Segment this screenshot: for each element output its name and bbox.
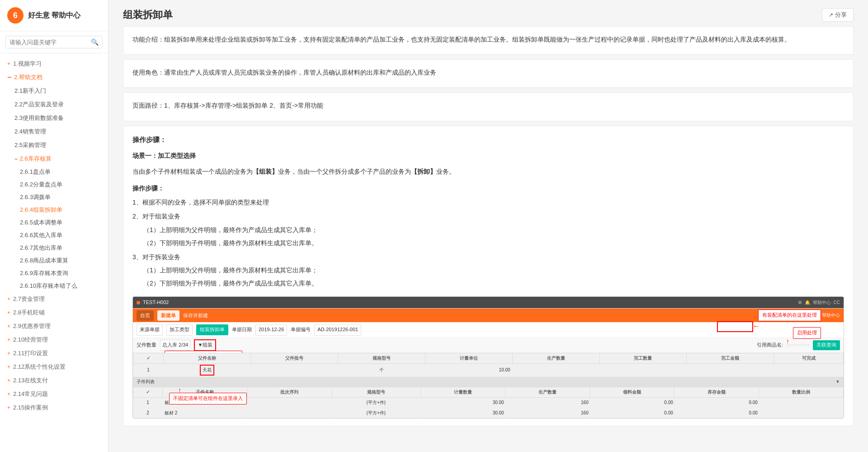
sidebar-item-cost-adj[interactable]: 2.6.5成本调整单 — [0, 216, 108, 229]
sidebar-item-error[interactable]: 2.6.10库存账本错了么 — [0, 280, 108, 292]
sidebar-item-cases[interactable]: + 2.15操作案例 — [0, 401, 108, 414]
search-box[interactable]: 🔍 — [5, 36, 103, 48]
sidebar-item-label: 2.15操作案例 — [13, 404, 48, 412]
mock-date-label: 单据日期 — [232, 325, 252, 334]
sidebar-item-assembly[interactable]: 2.6.4组装拆卸单 — [0, 204, 108, 216]
path-card: 页面路径：1、库存核算->库存管理->组装拆卸单 2、首页->常用功能 — [123, 92, 854, 121]
ops-card: 操作步骤： 场景一：加工类型选择 当由多个子件材料组装成一个成品的业务为【组装】… — [123, 126, 854, 427]
sidebar-item-faq[interactable]: + 2.14常见问题 — [0, 387, 108, 401]
sidebar-item-other-out[interactable]: 2.6.7其他出库单 — [0, 242, 108, 254]
plus-icon: + — [7, 350, 10, 357]
steps-title: 操作步骤： — [132, 183, 844, 194]
sidebar: 6 好生意 帮助中心 🔍 + 1.视频学习 − 2.帮助文档 2.1新手入门 2… — [0, 0, 108, 452]
logo-icon: 6 — [7, 7, 24, 24]
sub-table-row-3: 3 — [133, 419, 844, 419]
mock-nav-new: 新建单 — [157, 310, 179, 321]
plus-icon: + — [7, 309, 10, 316]
sub-table-header: 子件列表 — [137, 378, 155, 386]
sidebar-item-print[interactable]: + 2.11打印设置 — [0, 347, 108, 360]
mock-search-btn[interactable]: 关联查询 — [813, 340, 840, 350]
search-icon[interactable]: 🔍 — [91, 38, 99, 46]
scene1-desc: 当由多个子件材料组装成一个成品的业务为【组装】业务，当由一个父件拆分成多个子产品… — [132, 166, 844, 177]
role-card: 使用角色：通常由生产人员或库管人员完成拆装业务的操作，库管人员确认原材料的出库和… — [123, 59, 854, 88]
assembly-step-1: （1）上部明细为父件明细，最终作为产成品生成其它入库单； — [143, 224, 844, 236]
sidebar-item-install[interactable]: 2.2产品安装及登录 — [0, 98, 108, 111]
sidebar-item-newbie[interactable]: 2.1新手入门 — [0, 84, 108, 98]
page-header: 组装拆卸单 ↗ 分享 — [108, 0, 868, 26]
mock-num-value: AD-20191226-001 — [314, 324, 361, 336]
share-label: 分享 — [835, 11, 847, 19]
sidebar-item-coupon[interactable]: + 2.9优惠券管理 — [0, 319, 108, 333]
sidebar-item-stock-check[interactable]: 2.6.9库存账本查询 — [0, 267, 108, 280]
sidebar-item-gold[interactable]: + 2.7资金管理 — [0, 292, 108, 306]
sidebar-item-label: 2.帮助文档 — [14, 73, 42, 81]
plus-icon: + — [7, 404, 10, 411]
sidebar-item-video[interactable]: + 1.视频学习 — [0, 57, 108, 71]
intro-card: 功能介绍：组装拆卸单用来处理企业组装或拆卸等加工业务，支持有固定装配清单的产品加… — [123, 26, 854, 55]
intro-text: 功能介绍：组装拆卸单用来处理企业组装或拆卸等加工业务，支持有固定装配清单的产品加… — [132, 34, 844, 45]
mock-nav-item: 自页 — [137, 310, 154, 321]
sub-table-row-1: 1 板材 1 (平方+件) 30.00 160 0.00 0.00 — [133, 398, 844, 408]
step-2: 2、对于组装业务 （1）上部明细为父件明细，最终作为产成品生成其它入库单； （2… — [132, 211, 844, 249]
sidebar-item-inventory[interactable]: − 2.6库存核算 — [0, 152, 108, 166]
nav-item-1: ⚙ — [798, 299, 802, 307]
mock-switch-area: ▼组装 — [194, 339, 216, 351]
plus-icon: + — [7, 391, 10, 397]
sidebar-item-cost-calc[interactable]: 2.6.8商品成本重算 — [0, 254, 108, 267]
sidebar-item-label: 1.视频学习 — [13, 60, 42, 68]
mock-red-input[interactable]: 天花 — [200, 365, 214, 376]
sidebar-item-docs[interactable]: − 2.帮助文档 — [0, 71, 108, 84]
sidebar-item-pay[interactable]: + 2.13在线支付 — [0, 374, 108, 387]
sidebar-item-adj[interactable]: 2.6.3调拨单 — [0, 191, 108, 204]
plus-icon: + — [7, 377, 10, 384]
mock-search-input[interactable] — [787, 344, 809, 346]
minus-icon: − — [7, 73, 11, 81]
sidebar-item-system[interactable]: + 2.12系统个性化设置 — [0, 360, 108, 374]
mock-sub-table: ✓ 子件名称 批次序列 规格型号 计量数量 生产数量 领料金额 库存金额 数量比… — [133, 387, 844, 419]
sidebar-item-label: 2.10经营管理 — [13, 336, 48, 344]
sidebar-item-label: 2.8手机旺铺 — [13, 309, 45, 317]
sidebar-item-purchase[interactable]: 2.5采购管理 — [0, 138, 108, 152]
mock-app-txt: App下载 帮助视频 帮助中心 — [784, 311, 840, 319]
plus-icon: + — [7, 364, 10, 370]
mock-num-label: 单据编号 — [291, 325, 311, 334]
mock-num2-label: 父件数量 — [137, 341, 156, 350]
logo-text: 好生意 帮助中心 — [28, 11, 80, 20]
mock-save-btn[interactable]: 来源单据 — [137, 324, 163, 336]
sidebar-item-stock-count[interactable]: 2.6.1盘点单 — [0, 166, 108, 178]
mock-parent-table: ✓ 父件名称 父件批号 规格型号 计量单位 生产数量 完工数量 完工金额 可完成 — [133, 353, 844, 377]
sidebar-item-label: 2.14常见问题 — [13, 390, 48, 398]
main-area: 组装拆卸单 ↗ 分享 功能介绍：组装拆卸单用来处理企业组装或拆卸等加工业务，支持… — [108, 0, 868, 452]
plus-icon: + — [7, 296, 10, 302]
mock-green-btn[interactable]: 组装拆卸单 — [196, 324, 228, 335]
mock-date-value: 2019-12-26 — [255, 324, 287, 336]
plus-icon: + — [7, 61, 10, 67]
disassembly-step-1: （1）上部明细为父件明细，最终作为原材料生成其它出库单； — [143, 265, 844, 276]
mock-type-btn[interactable]: 加工类型 — [166, 324, 193, 336]
path-text: 页面路径：1、库存核算->库存管理->组装拆卸单 2、首页->常用功能 — [132, 100, 844, 111]
sidebar-item-mobile[interactable]: + 2.8手机旺铺 — [0, 306, 108, 319]
sub-table-row-2: 2 板材 2 (平方+件) 30.00 160 0.00 0.00 — [133, 408, 844, 419]
sidebar-item-ops[interactable]: + 2.10经营管理 — [0, 333, 108, 347]
role-text: 使用角色：通常由生产人员或库管人员完成拆装业务的操作，库管人员确认原材料的出库和… — [132, 67, 844, 78]
sidebar-item-label: 2.7资金管理 — [13, 295, 45, 303]
sidebar-item-sub-count[interactable]: 2.6.2分量盘点单 — [0, 178, 108, 191]
sidebar-item-data[interactable]: 2.3使用前数据准备 — [0, 111, 108, 125]
sidebar-item-other-in[interactable]: 2.6.6其他入库单 — [0, 229, 108, 242]
step-1: 1、根据不同的业务，选择不同单据的类型来处理 — [132, 197, 844, 208]
nav-item-2: 🔔 — [805, 299, 810, 307]
sidebar-item-label: 2.11打印设置 — [13, 349, 48, 357]
sidebar-nav: + 1.视频学习 − 2.帮助文档 2.1新手入门 2.2产品安装及登录 2.3… — [0, 53, 108, 418]
screenshot-topbar-text: TEST-H002 — [143, 298, 169, 307]
ops-title: 操作步骤： — [132, 133, 844, 146]
assembly-step-2: （2）下部明细为子件明细，最终作为原材料生成其它出库单。 — [143, 238, 844, 249]
mock-search-label: 引用商品名: — [757, 341, 783, 350]
disassembly-step-2: （2）下部明细为子件明细，最终作为产成品生成其它入库单。 — [143, 278, 844, 289]
share-button[interactable]: ↗ 分享 — [822, 8, 854, 22]
share-icon: ↗ — [829, 12, 833, 18]
logo-area: 6 好生意 帮助中心 — [0, 0, 108, 31]
mock-nav-save: 保存并新建 — [183, 311, 208, 320]
search-input[interactable] — [9, 39, 91, 46]
sub-collapse-btn[interactable]: ▼ — [835, 378, 840, 386]
sidebar-item-sales[interactable]: 2.4销售管理 — [0, 125, 108, 138]
